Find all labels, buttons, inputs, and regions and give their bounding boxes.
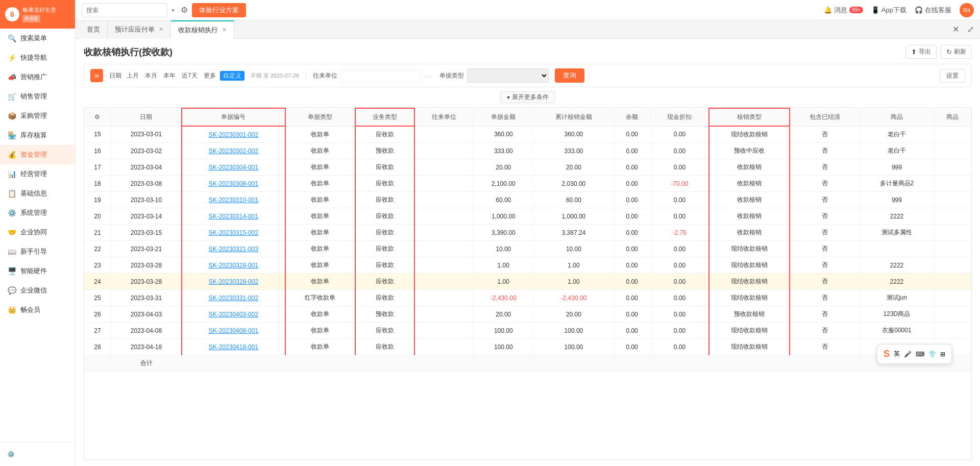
date-7days[interactable]: 近7天 bbox=[180, 71, 200, 81]
date-last-month[interactable]: 上月 bbox=[125, 71, 141, 81]
table-cell[interactable]: SK-20230328-001 bbox=[182, 257, 285, 274]
table-cell: ████ bbox=[414, 208, 473, 225]
sidebar-settings[interactable]: ⚙️ bbox=[0, 447, 75, 462]
tab-collection[interactable]: 收款核销执行 ✕ bbox=[171, 20, 234, 39]
topbar-search-input[interactable] bbox=[82, 3, 167, 17]
user-avatar[interactable]: Rit bbox=[960, 3, 974, 17]
sidebar-item-purchase[interactable]: 📦采购管理 bbox=[0, 106, 75, 126]
logo-number: 6 bbox=[10, 10, 14, 18]
total-cell bbox=[790, 355, 859, 372]
sidebar-item-basic[interactable]: 📋基础信息 bbox=[0, 184, 75, 203]
table-cell[interactable]: SK-20230314-001 bbox=[182, 208, 285, 225]
sidebar-item-hardware[interactable]: 🖥️智能硬件 bbox=[0, 261, 75, 281]
close-icon[interactable]: ✕ bbox=[222, 27, 227, 33]
table-cell[interactable]: SK-20230331-002 bbox=[182, 290, 285, 306]
sidebar-item-search[interactable]: 🔍搜索菜单 bbox=[0, 29, 75, 48]
widget-shirt-icon[interactable]: 👕 bbox=[928, 351, 936, 358]
total-cell bbox=[182, 355, 285, 372]
filter-toggle-button[interactable]: » bbox=[90, 69, 103, 82]
table-cell[interactable]: SK-20230310-001 bbox=[182, 192, 285, 208]
table-cell: 0.00 bbox=[650, 208, 709, 225]
table-cell: 21 bbox=[84, 225, 111, 241]
date-this-month[interactable]: 本月 bbox=[143, 71, 159, 81]
sidebar-item-operations[interactable]: 📊经营管理 bbox=[0, 164, 75, 184]
table-cell[interactable]: SK-20230304-001 bbox=[182, 159, 285, 176]
table-row: 232023-03-28SK-20230328-001收款单应收款████1.0… bbox=[84, 257, 971, 274]
table-cell: 1.00 bbox=[534, 257, 614, 274]
table-cell: 应收款 bbox=[355, 274, 414, 290]
date-custom[interactable]: 自定义 bbox=[220, 71, 244, 81]
sidebar-item-marketing[interactable]: 📣营销推广 bbox=[0, 67, 75, 87]
tabbar: 首页 预计应应付单 ✕ 收款核销执行 ✕ ✕ ⤢ bbox=[76, 20, 980, 39]
col-header-cash-discount: 现金折扣 bbox=[650, 108, 709, 126]
online-service-button[interactable]: 🎧 在线客服 bbox=[915, 6, 951, 15]
table-cell: 0.00 bbox=[614, 323, 650, 339]
table-cell[interactable]: SK-20230315-002 bbox=[182, 225, 285, 241]
date-quick-links: 上月 本月 本年 近7天 更多 自定义 bbox=[125, 71, 244, 81]
table-cell[interactable]: SK-20230408-001 bbox=[182, 323, 285, 339]
table-cell[interactable]: SK-20230301-002 bbox=[182, 126, 285, 143]
chevron-down-icon[interactable]: ▾ bbox=[172, 7, 175, 14]
table-cell[interactable]: SK-20230328-002 bbox=[182, 274, 285, 290]
table-cell: 收款单 bbox=[285, 143, 355, 159]
table-cell[interactable]: SK-20230418-001 bbox=[182, 339, 285, 355]
partner-input[interactable] bbox=[340, 68, 422, 83]
refresh-button[interactable]: ↻ 刷新 bbox=[941, 45, 972, 59]
widget-apps-icon[interactable]: ⊞ bbox=[940, 351, 945, 358]
table-cell[interactable]: SK-20230403-002 bbox=[182, 306, 285, 323]
message-button[interactable]: 🔔 消息 99+ bbox=[824, 6, 863, 15]
tab-receivable[interactable]: 预计应应付单 ✕ bbox=[108, 20, 171, 39]
table-cell bbox=[934, 159, 971, 176]
col-header-biz-type: 业务类型 bbox=[355, 108, 414, 126]
app-download-button[interactable]: 📱 App下载 bbox=[871, 6, 906, 15]
table-cell[interactable]: SK-20230321-003 bbox=[182, 241, 285, 257]
date-more[interactable]: 更多 bbox=[202, 71, 218, 81]
maximize-button[interactable]: ⤢ bbox=[965, 23, 976, 35]
expand-conditions-button[interactable]: ▾ 展开更多条件 bbox=[500, 91, 555, 103]
sidebar-item-inventory[interactable]: 🏪库存核算 bbox=[0, 126, 75, 145]
table-row: 212023-03-15SK-20230315-002收款单应收款████3,3… bbox=[84, 225, 971, 241]
table-cell[interactable]: SK-20230302-002 bbox=[182, 143, 285, 159]
sidebar-item-enterprise[interactable]: 🤝企业协同 bbox=[0, 223, 75, 242]
table-cell: 现结收款核销 bbox=[709, 290, 790, 306]
table-cell: -2,430.00 bbox=[534, 290, 614, 306]
table-cell: 2023-03-21 bbox=[111, 241, 182, 257]
table-cell: 0.00 bbox=[650, 306, 709, 323]
sidebar-item-quick[interactable]: ⚡快捷导航 bbox=[0, 48, 75, 67]
sidebar-item-guide[interactable]: 📖新手引导 bbox=[0, 242, 75, 261]
tab-home[interactable]: 首页 bbox=[80, 20, 108, 39]
col-header-accum-cancel: 累计核销金额 bbox=[534, 108, 614, 126]
widget-mic-icon[interactable]: 🎤 bbox=[904, 351, 912, 358]
col-header-settings[interactable]: ⚙ bbox=[84, 108, 111, 126]
close-icon[interactable]: ✕ bbox=[159, 26, 163, 33]
sidebar-item-system[interactable]: ⚙️系统管理 bbox=[0, 203, 75, 223]
gear-icon[interactable]: ⚙ bbox=[181, 5, 188, 15]
sidebar-item-wechat[interactable]: 💬企业微信 bbox=[0, 281, 75, 300]
settings-icon: ⚙️ bbox=[7, 451, 15, 458]
sidebar-item-sales[interactable]: 🛒销售管理 bbox=[0, 87, 75, 106]
sidebar-item-member[interactable]: 👑畅会员 bbox=[0, 300, 75, 320]
tab-receivable-label: 预计应应付单 bbox=[115, 25, 155, 34]
query-button[interactable]: 查询 bbox=[555, 68, 584, 83]
table-row: 252023-03-31SK-20230331-002红字收款单应收款████-… bbox=[84, 290, 971, 306]
export-button[interactable]: ⬆ 导出 bbox=[905, 45, 937, 59]
finance-icon: 💰 bbox=[7, 150, 16, 159]
col-header-partner: 往来单位 bbox=[414, 108, 473, 126]
widget-keyboard-icon[interactable]: ⌨ bbox=[916, 351, 924, 358]
table-cell: 20.00 bbox=[534, 159, 614, 176]
tab-collection-label: 收款核销执行 bbox=[178, 26, 218, 35]
date-this-year[interactable]: 本年 bbox=[161, 71, 178, 81]
bill-type-select[interactable] bbox=[467, 68, 549, 83]
table-cell: ████ bbox=[414, 290, 473, 306]
close-tab-button[interactable]: ✕ bbox=[950, 23, 961, 35]
table-cell: 0.00 bbox=[650, 257, 709, 274]
table-row: 202023-03-14SK-20230314-001收款单应收款████1,0… bbox=[84, 208, 971, 225]
industry-solution-button[interactable]: 体验行业方案 bbox=[192, 3, 246, 17]
table-cell: 333.00 bbox=[473, 143, 534, 159]
table-cell: 2023-03-28 bbox=[111, 274, 182, 290]
enterprise-icon: 🤝 bbox=[7, 228, 16, 237]
table-cell[interactable]: SK-20230308-001 bbox=[182, 176, 285, 192]
sidebar-item-finance[interactable]: 💰资金管理 bbox=[0, 145, 75, 164]
table-cell: 24 bbox=[84, 274, 111, 290]
filter-settings-button[interactable]: 设置 bbox=[940, 69, 965, 83]
